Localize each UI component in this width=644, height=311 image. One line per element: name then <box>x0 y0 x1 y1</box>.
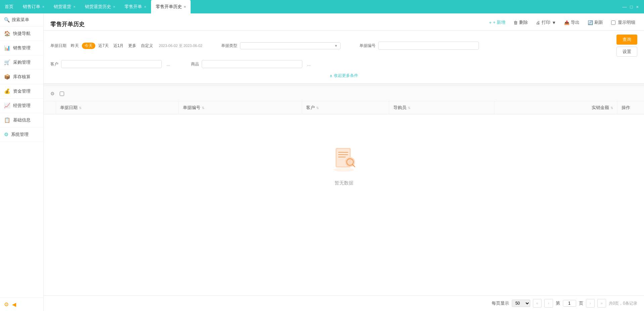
tab-销货退货历史[interactable]: 销货退货历史× <box>80 0 120 13</box>
th-customer-sort-icon[interactable]: ⇅ <box>316 106 319 110</box>
date-btn-today[interactable]: 今天 <box>82 43 95 49</box>
close-btn[interactable]: × <box>636 4 639 9</box>
date-btn-7days[interactable]: 近7天 <box>97 43 110 49</box>
goods-filter-input[interactable] <box>202 60 302 68</box>
tab-close-icon[interactable]: × <box>73 5 75 9</box>
th-date-label: 单据日期 <box>60 105 78 111</box>
date-filter-buttons: 昨天 今天 近7天 近1月 更多 自定义 <box>69 43 155 49</box>
sidebar-item-采购管理[interactable]: 🛒采购管理 <box>0 55 43 70</box>
last-page-btn[interactable]: » <box>597 299 606 308</box>
sidebar-item-icon: 📋 <box>4 117 10 123</box>
th-actions: 操作 <box>617 101 644 114</box>
add-label: + 新增 <box>493 19 505 25</box>
delete-label: 删除 <box>519 19 528 25</box>
next-page-btn[interactable]: › <box>586 299 595 308</box>
refresh-icon: 🔄 <box>588 20 593 25</box>
tab-close-icon[interactable]: × <box>144 5 146 9</box>
sidebar-item-icon: 📦 <box>4 74 10 80</box>
sidebar-item-label: 资金管理 <box>13 88 31 94</box>
sidebar-item-icon: 🛒 <box>4 59 10 65</box>
customer-filter-input[interactable] <box>61 60 162 68</box>
page-size-select[interactable]: 10 20 50 100 <box>512 300 530 307</box>
type-filter-select[interactable]: ▼ <box>240 42 341 49</box>
print-dropdown-icon: ▼ <box>552 20 556 25</box>
table-header-row: 单据日期 ⇅ 单据编号 ⇅ 客户 <box>44 101 644 114</box>
sidebar-item-资金管理[interactable]: 💰资金管理 <box>0 84 43 99</box>
refresh-button[interactable]: 🔄 刷新 <box>586 18 605 27</box>
sidebar-search[interactable]: 🔍 搜索菜单 <box>0 13 43 27</box>
print-label: 打印 <box>542 19 550 25</box>
print-button[interactable]: 🖨 打印 ▼ <box>534 18 558 27</box>
th-checkbox <box>44 101 56 114</box>
sidebar-item-销售管理[interactable]: 📊销售管理 <box>0 41 43 55</box>
tab-零售开单[interactable]: 零售开单× <box>120 0 151 13</box>
tab-close-icon[interactable]: × <box>42 5 44 9</box>
maximize-btn[interactable]: □ <box>630 4 633 9</box>
page-input[interactable] <box>563 300 576 307</box>
delete-button[interactable]: 🗑 删除 <box>511 18 530 27</box>
export-label: 导出 <box>571 19 580 25</box>
goods-filter-dots[interactable]: ... <box>305 62 313 67</box>
tab-close-icon[interactable]: × <box>113 5 115 9</box>
number-filter-input[interactable] <box>378 42 479 50</box>
tab-list: 首页销售订单×销货退货×销货退货历史×零售开单×零售开单历史× <box>0 0 623 13</box>
sidebar-item-系统管理[interactable]: ⚙系统管理 <box>0 127 43 142</box>
minimize-btn[interactable]: — <box>623 4 627 9</box>
date-btn-yesterday[interactable]: 昨天 <box>69 43 81 49</box>
refresh-label: 刷新 <box>594 19 603 25</box>
number-filter-label: 单据编号 <box>359 43 376 49</box>
sidebar-item-icon: 🏠 <box>4 31 10 37</box>
top-bar: 首页销售订单×销货退货×销货退货历史×零售开单×零售开单历史× — □ × <box>0 0 644 13</box>
th-date-sort-icon[interactable]: ⇅ <box>79 106 82 110</box>
sidebar-item-库存核算[interactable]: 📦库存核算 <box>0 70 43 84</box>
sidebar-item-快捷导航[interactable]: 🏠快捷导航 <box>0 27 43 41</box>
th-number-sort-icon[interactable]: ⇅ <box>202 106 204 110</box>
filter-area: 单据日期 昨天 今天 近7天 近1月 更多 自定义 2023-06-02 至 2… <box>44 31 644 84</box>
tab-销货退货[interactable]: 销货退货× <box>49 0 80 13</box>
table-column-settings-icon[interactable]: ⚙ <box>48 89 57 98</box>
th-guide-sort-icon[interactable]: ⇅ <box>408 106 410 110</box>
query-button[interactable]: 查询 <box>616 35 637 45</box>
date-btn-1month[interactable]: 近1月 <box>112 43 126 49</box>
sidebar-item-label: 基础信息 <box>13 117 31 123</box>
settings-icon[interactable]: ⚙ <box>4 301 9 308</box>
goods-filter-label: 商品 <box>191 61 199 67</box>
tab-close-icon[interactable]: × <box>184 5 186 9</box>
empty-state: 暂无数据 <box>44 114 644 200</box>
tab-零售开单历史[interactable]: 零售开单历史× <box>151 0 191 13</box>
export-button[interactable]: 📤 导出 <box>562 18 582 27</box>
page-size-label: 每页显示 <box>492 300 509 306</box>
customer-filter-label: 客户 <box>50 61 58 67</box>
customer-filter-dots[interactable]: ... <box>164 62 172 67</box>
sidebar: 🔍 搜索菜单 🏠快捷导航📊销售管理🛒采购管理📦库存核算💰资金管理📈经营管理📋基础… <box>0 13 44 311</box>
th-number: 单据编号 ⇅ <box>179 101 302 114</box>
setting-button[interactable]: 设置 <box>616 47 637 57</box>
tab-销售订单[interactable]: 销售订单× <box>18 0 49 13</box>
display-detail-button[interactable]: 显示明细 <box>609 18 637 27</box>
toolbar: + + 新增 🗑 删除 🖨 打印 ▼ 📤 导出 🔄 <box>487 18 637 30</box>
display-detail-checkbox[interactable] <box>611 20 615 25</box>
sidebar-bottom: ⚙ ◀ <box>0 298 43 311</box>
sidebar-item-icon: ⚙ <box>4 132 8 138</box>
collapse-sidebar-icon[interactable]: ◀ <box>12 301 16 308</box>
page-title: 零售开单历史 <box>50 20 85 28</box>
collapse-arrow-icon: ∧ <box>330 73 333 78</box>
sidebar-search-label: 搜索菜单 <box>12 17 29 23</box>
add-button[interactable]: + + 新增 <box>487 18 507 27</box>
tab-首页[interactable]: 首页 <box>0 0 18 13</box>
th-number-label: 单据编号 <box>183 105 200 111</box>
first-page-btn[interactable]: « <box>533 299 542 308</box>
empty-state-text: 暂无数据 <box>335 180 353 186</box>
prev-page-btn[interactable]: ‹ <box>544 299 553 308</box>
sidebar-item-经营管理[interactable]: 📈经营管理 <box>0 99 43 113</box>
select-all-checkbox[interactable] <box>60 92 64 96</box>
sidebar-item-icon: 💰 <box>4 88 10 94</box>
date-btn-more[interactable]: 更多 <box>127 43 138 49</box>
collapse-filter-button[interactable]: ∧ 收起更多条件 <box>50 71 637 81</box>
page-header: 零售开单历史 + + 新增 🗑 删除 🖨 打印 ▼ 📤 导出 <box>44 13 644 31</box>
th-amount-sort-icon[interactable]: ⇅ <box>610 106 613 110</box>
type-filter-label: 单据类型 <box>221 43 237 49</box>
sidebar-item-label: 库存核算 <box>13 74 31 80</box>
date-btn-custom[interactable]: 自定义 <box>139 43 155 49</box>
sidebar-item-基础信息[interactable]: 📋基础信息 <box>0 113 43 127</box>
